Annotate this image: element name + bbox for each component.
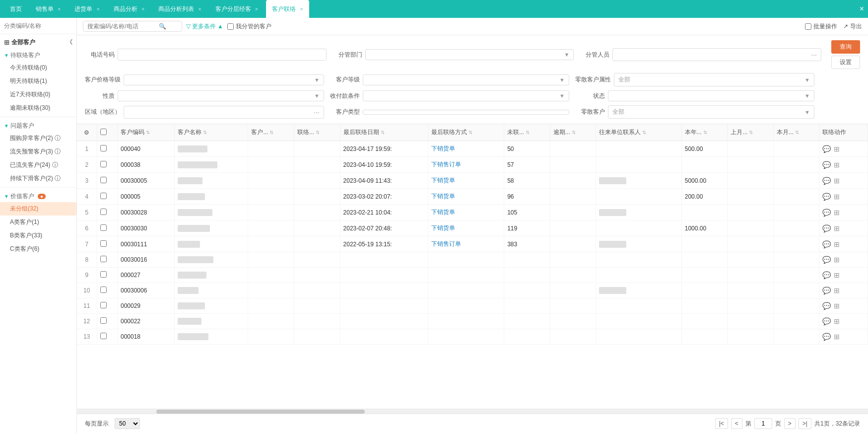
nav-home[interactable]: 首页 xyxy=(4,0,28,18)
window-close-button[interactable]: × xyxy=(860,4,864,13)
grid-action-icon[interactable]: ⊞ xyxy=(834,271,840,279)
filter-ctype-select[interactable] xyxy=(363,110,569,115)
row-checkbox[interactable] xyxy=(97,252,118,268)
row-checkbox[interactable] xyxy=(97,189,118,205)
first-page-button[interactable]: |< xyxy=(715,418,728,429)
horizontal-scrollbar[interactable] xyxy=(77,409,868,414)
chat-icon[interactable]: 💬 xyxy=(822,193,831,201)
prev-page-button[interactable]: < xyxy=(731,418,742,429)
sidebar-item-tomorrow[interactable]: 明天待联络(1) xyxy=(0,74,76,88)
close-icon[interactable]: × xyxy=(198,6,201,12)
sidebar-item-unclassified[interactable]: 未分组(32) xyxy=(0,202,76,216)
filter-payment-select[interactable]: ▼ xyxy=(363,90,569,101)
row-last-method[interactable]: 下销货单 xyxy=(428,189,504,205)
checkbox-column-header[interactable] xyxy=(97,124,118,141)
filter-price-select[interactable]: ▼ xyxy=(124,74,324,85)
search-icon[interactable]: 🔍 xyxy=(159,23,166,30)
row-checkbox[interactable] xyxy=(97,173,118,189)
close-icon[interactable]: × xyxy=(255,6,258,12)
row-last-method[interactable] xyxy=(428,329,504,345)
nav-product-analysis[interactable]: 商品分析 × xyxy=(108,0,150,18)
dots-icon[interactable]: ··· xyxy=(314,108,320,116)
collapse-icon[interactable]: 《 xyxy=(67,38,72,47)
row-last-method[interactable]: 下销货单 xyxy=(428,205,504,220)
grid-action-icon[interactable]: ⊞ xyxy=(834,256,840,264)
sidebar-group-problem[interactable]: ▼ 问题客户 xyxy=(0,119,76,132)
scrollbar-thumb[interactable] xyxy=(156,410,365,414)
row-checkbox[interactable] xyxy=(97,314,118,329)
per-page-select[interactable]: 50 100 xyxy=(115,418,140,429)
row-last-method[interactable]: 下销售订单 xyxy=(428,157,504,173)
chat-icon[interactable]: 💬 xyxy=(822,287,831,294)
sidebar-search-bar[interactable]: 🔍 xyxy=(0,18,76,34)
sidebar-group-pending[interactable]: ▼ 待联络客户 xyxy=(0,49,76,61)
bulk-checkbox[interactable] xyxy=(805,23,811,30)
grid-action-icon[interactable]: ⊞ xyxy=(834,177,840,185)
sidebar-item-class-c[interactable]: C类客户(6) xyxy=(0,242,76,256)
filter-nature-select[interactable]: ▼ xyxy=(118,90,324,101)
query-button[interactable]: 查询 xyxy=(831,40,860,54)
sidebar-group-value[interactable]: ▼ 价值客户 ● xyxy=(0,190,76,202)
row-checkbox[interactable] xyxy=(97,205,118,220)
chat-icon[interactable]: 💬 xyxy=(822,317,831,325)
row-checkbox[interactable] xyxy=(97,141,118,157)
chat-icon[interactable]: 💬 xyxy=(822,224,831,232)
row-checkbox[interactable] xyxy=(97,283,118,298)
sidebar-all-customers[interactable]: ⊞ 全部客户 《 xyxy=(0,34,76,49)
export-button[interactable]: ↗ 导出 xyxy=(843,22,862,31)
grid-action-icon[interactable]: ⊞ xyxy=(834,209,840,216)
row-checkbox[interactable] xyxy=(97,220,118,236)
row-last-method[interactable] xyxy=(428,283,504,298)
last-page-button[interactable]: >| xyxy=(799,418,811,429)
chat-icon[interactable]: 💬 xyxy=(822,145,831,153)
grid-action-icon[interactable]: ⊞ xyxy=(834,317,840,325)
row-checkbox[interactable] xyxy=(97,157,118,173)
select-all-checkbox[interactable] xyxy=(100,129,107,135)
filter-scatter2-select[interactable]: 全部 ▼ xyxy=(608,105,814,119)
settings-icon[interactable]: ⚙ xyxy=(84,129,89,136)
nav-product-analysis-list[interactable]: 商品分析列表 × xyxy=(152,0,207,18)
toolbar-search-box[interactable]: 🔍 xyxy=(83,21,182,32)
row-checkbox[interactable] xyxy=(97,268,118,283)
sidebar-item-churn-warning[interactable]: 流失预警客户(3) ⓘ xyxy=(0,145,76,158)
row-last-method[interactable] xyxy=(428,268,504,283)
dots-icon[interactable]: ··· xyxy=(811,51,817,59)
chat-icon[interactable]: 💬 xyxy=(822,256,831,264)
search-input[interactable] xyxy=(87,23,157,30)
grid-action-icon[interactable]: ⊞ xyxy=(834,193,840,201)
row-last-method[interactable] xyxy=(428,314,504,329)
row-checkbox[interactable] xyxy=(97,236,118,252)
filter-phone-input[interactable] xyxy=(118,49,327,61)
grid-action-icon[interactable]: ⊞ xyxy=(834,145,840,153)
filter-status-select[interactable]: ▼ xyxy=(608,90,814,101)
row-last-method[interactable]: 下销货单 xyxy=(428,141,504,157)
nav-customer-segment[interactable]: 客户分层经客 × xyxy=(209,0,264,18)
settings-column-header[interactable]: ⚙ xyxy=(77,124,97,141)
row-last-method[interactable] xyxy=(428,298,504,314)
next-page-button[interactable]: > xyxy=(784,418,796,429)
sidebar-item-declining[interactable]: 持续下滑客户(2) ⓘ xyxy=(0,172,76,185)
close-icon[interactable]: × xyxy=(141,6,144,12)
chat-icon[interactable]: 💬 xyxy=(822,161,831,169)
grid-action-icon[interactable]: ⊞ xyxy=(834,224,840,232)
sidebar-item-churned[interactable]: 已流失客户(24) ⓘ xyxy=(0,158,76,172)
sidebar-search-input[interactable] xyxy=(4,22,77,29)
grid-action-icon[interactable]: ⊞ xyxy=(834,287,840,294)
chat-icon[interactable]: 💬 xyxy=(822,271,831,279)
nav-sales-order[interactable]: 销售单 × xyxy=(30,0,67,18)
filter-scatter-select[interactable]: 全部 ▼ xyxy=(614,73,814,86)
sidebar-item-today[interactable]: 今天待联络(0) xyxy=(0,61,76,74)
nav-purchase-order[interactable]: 进货单 × xyxy=(68,0,105,18)
my-customers-check[interactable] xyxy=(227,23,234,30)
reset-button[interactable]: 设置 xyxy=(831,56,860,69)
close-icon[interactable]: × xyxy=(58,6,61,12)
row-last-method[interactable]: 下销货单 xyxy=(428,220,504,236)
more-conditions-button[interactable]: ▽ 更多条件 ▲ xyxy=(186,22,223,31)
sidebar-item-class-b[interactable]: B类客户(33) xyxy=(0,229,76,242)
chat-icon[interactable]: 💬 xyxy=(822,177,831,185)
sidebar-item-7days[interactable]: 近7天待联络(0) xyxy=(0,88,76,101)
sidebar-item-class-a[interactable]: A类客户(1) xyxy=(0,216,76,229)
filter-dept-select[interactable]: ▼ xyxy=(365,49,574,60)
row-last-method[interactable] xyxy=(428,252,504,268)
filter-manager-select[interactable]: ··· xyxy=(612,48,821,61)
